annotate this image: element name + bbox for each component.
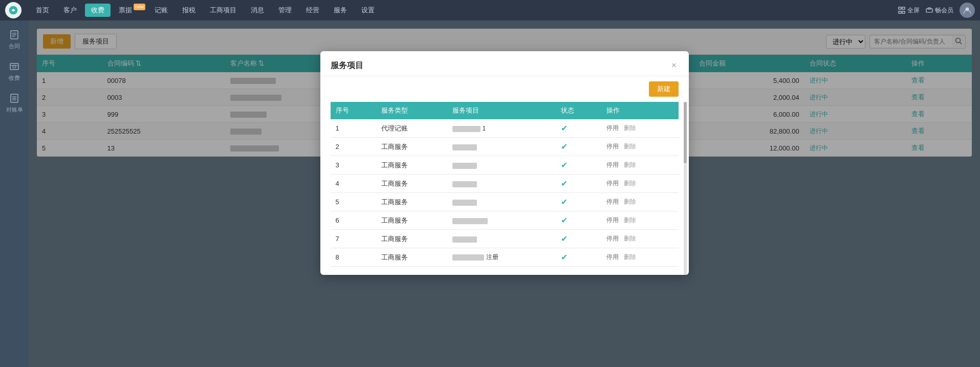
modal-close-button[interactable]: × — [669, 59, 678, 72]
modal-cell-item: ████ — [447, 193, 556, 211]
sidebar-item-fee[interactable]: 收费 — [2, 56, 27, 86]
modal-table-row: 8 工商服务 ████注册 注册 ✔ 停用 删除 — [331, 248, 679, 267]
modal-cell-idx: 1 — [331, 119, 376, 138]
modal-cell-type: 代理记账 — [376, 119, 447, 138]
modal-cell-type: 工商服务 — [376, 211, 447, 230]
modal-th-status: 状态 — [556, 102, 601, 119]
modal-cell-action: 停用 删除 — [601, 138, 678, 156]
stop-link[interactable]: 停用 — [606, 161, 619, 168]
stop-link[interactable]: 停用 — [606, 143, 619, 150]
delete-link[interactable]: 删除 — [624, 253, 636, 261]
modal-cell-type: 工商服务 — [376, 230, 447, 248]
nav-bookkeeping[interactable]: 记账 — [148, 4, 174, 17]
fullscreen-label: 全屏 — [907, 6, 920, 15]
nav-client[interactable]: 客户 — [57, 4, 83, 17]
modal-cell-idx: 7 — [331, 230, 376, 248]
modal-th-action: 操作 — [601, 102, 678, 119]
vip-button[interactable]: 畅会员 — [926, 6, 953, 15]
scrollbar-thumb[interactable] — [684, 102, 687, 163]
scrollbar-track — [684, 102, 687, 275]
modal-table-row: 4 工商服务 ████ ✔ 停用 删除 — [331, 175, 679, 193]
modal-cell-action: 停用 删除 — [601, 211, 678, 230]
modal-cell-status: ✔ — [556, 211, 601, 230]
modal-cell-status: ✔ — [556, 193, 601, 211]
sidebar: 合同 收费 对账单 — [0, 20, 29, 367]
stop-link[interactable]: 停用 — [606, 198, 619, 205]
modal-table-row: 2 工商服务 ████ ✔ 停用 删除 — [331, 138, 679, 156]
status-check-icon: ✔ — [561, 124, 568, 133]
status-check-icon: ✔ — [561, 179, 568, 188]
service-modal: 服务项目 × 新建 序号 服务类型 服务项目 状态 — [320, 51, 689, 275]
modal-cell-idx: 8 — [331, 248, 376, 267]
nav-tax[interactable]: 报税 — [176, 4, 202, 17]
delete-link[interactable]: 删除 — [624, 198, 636, 205]
modal-th-idx: 序号 — [331, 102, 376, 119]
modal-cell-status: ✔ — [556, 175, 601, 193]
modal-cell-action: 停用 删除 — [601, 175, 678, 193]
modal-th-type: 服务类型 — [376, 102, 447, 119]
modal-cell-status: ✔ — [556, 230, 601, 248]
nav-settings[interactable]: 设置 — [355, 4, 381, 17]
modal-cell-type: 工商服务 — [376, 248, 447, 267]
nav-items: 首页 客户 收费 票据 new 记账 报税 工商项目 消息 管理 经营 服务 设… — [30, 4, 898, 17]
status-check-icon: ✔ — [561, 161, 568, 169]
svg-rect-3 — [899, 11, 901, 13]
modal-title: 服务项目 — [331, 60, 363, 71]
nav-message[interactable]: 消息 — [245, 4, 270, 17]
nav-fee[interactable]: 收费 — [85, 4, 111, 17]
fullscreen-button[interactable]: 全屏 — [898, 6, 920, 15]
modal-body: 序号 服务类型 服务项目 状态 操作 1 代理记账 ████1 1 — [320, 102, 689, 275]
modal-cell-item: ████注册 注册 — [447, 248, 556, 267]
modal-toolbar: 新建 — [320, 76, 689, 102]
delete-link[interactable]: 删除 — [624, 124, 636, 132]
modal-cell-action: 停用 删除 — [601, 193, 678, 211]
delete-link[interactable]: 删除 — [624, 143, 636, 150]
app-logo — [5, 2, 21, 18]
delete-link[interactable]: 删除 — [624, 235, 636, 242]
nav-right-area: 全屏 畅会员 — [898, 3, 975, 18]
modal-cell-item: ███████ — [447, 211, 556, 230]
modal-new-button[interactable]: 新建 — [649, 81, 679, 97]
nav-invoice[interactable]: 票据 new — [113, 4, 146, 17]
modal-cell-action: 停用 删除 — [601, 119, 678, 138]
fee-icon — [8, 60, 20, 73]
nav-industrial[interactable]: 工商项目 — [204, 4, 243, 17]
modal-cell-status: ✔ — [556, 138, 601, 156]
delete-link[interactable]: 删除 — [624, 161, 636, 168]
stop-link[interactable]: 停用 — [606, 253, 619, 261]
modal-table-row: 7 工商服务 ████ ✔ 停用 删除 — [331, 230, 679, 248]
modal-cell-idx: 3 — [331, 156, 376, 175]
modal-cell-type: 工商服务 — [376, 156, 447, 175]
stop-link[interactable]: 停用 — [606, 235, 619, 242]
stop-link[interactable]: 停用 — [606, 124, 619, 132]
sidebar-item-contract[interactable]: 合同 — [2, 25, 27, 54]
delete-link[interactable]: 删除 — [624, 217, 636, 224]
modal-cell-idx: 5 — [331, 193, 376, 211]
stop-link[interactable]: 停用 — [606, 180, 619, 187]
modal-cell-type: 工商服务 — [376, 193, 447, 211]
status-check-icon: ✔ — [561, 142, 568, 151]
modal-overlay: 服务项目 × 新建 序号 服务类型 服务项目 状态 — [29, 20, 980, 367]
sidebar-statement-label: 对账单 — [6, 106, 23, 114]
status-check-icon: ✔ — [561, 216, 568, 225]
modal-th-item: 服务项目 — [447, 102, 556, 119]
stop-link[interactable]: 停用 — [606, 217, 619, 224]
svg-rect-4 — [902, 11, 905, 13]
modal-table-row: 3 工商服务 ████ ✔ 停用 删除 — [331, 156, 679, 175]
status-check-icon: ✔ — [561, 253, 568, 262]
modal-cell-item: ████ — [447, 138, 556, 156]
sidebar-item-statement[interactable]: 对账单 — [2, 88, 27, 118]
user-avatar[interactable] — [960, 3, 975, 18]
nav-service[interactable]: 服务 — [328, 4, 353, 17]
modal-header: 服务项目 × — [320, 51, 689, 76]
nav-home[interactable]: 首页 — [30, 4, 55, 17]
status-check-icon: ✔ — [561, 198, 568, 206]
nav-manage[interactable]: 管理 — [272, 4, 298, 17]
svg-rect-2 — [902, 7, 905, 9]
modal-cell-status: ✔ — [556, 248, 601, 267]
nav-operation[interactable]: 经营 — [300, 4, 325, 17]
modal-table-row: 5 工商服务 ████ ✔ 停用 删除 — [331, 193, 679, 211]
delete-link[interactable]: 删除 — [624, 180, 636, 187]
main-content: 新增 服务项目 进行中 已完成 已终止 — [29, 20, 980, 367]
modal-cell-item: ████ — [447, 156, 556, 175]
